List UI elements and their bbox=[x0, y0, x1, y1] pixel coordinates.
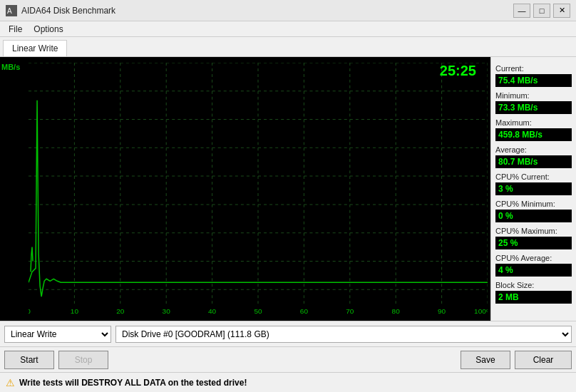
menu-bar: File Options bbox=[0, 21, 576, 37]
tab-linear-write[interactable]: Linear Write bbox=[3, 40, 67, 56]
maximum-value: 459.8 MB/s bbox=[495, 128, 572, 141]
app-icon: A bbox=[6, 5, 17, 16]
average-value: 80.7 MB/s bbox=[495, 155, 572, 168]
controls-row: Linear Write Disk Drive #0 [GOODRAM] (11… bbox=[0, 321, 576, 346]
blocksize-value: 2 MB bbox=[495, 291, 572, 304]
close-btn[interactable]: ✕ bbox=[553, 4, 570, 18]
title-bar: A AIDA64 Disk Benchmark — □ ✕ bbox=[0, 0, 576, 21]
stop-btn[interactable]: Stop bbox=[58, 351, 108, 369]
cpu-minimum-value: 0 % bbox=[495, 210, 572, 222]
cpu-maximum-value: 25 % bbox=[495, 237, 572, 249]
chart-y-label: MB/s bbox=[1, 63, 20, 71]
menu-options[interactable]: Options bbox=[28, 23, 68, 36]
menu-file[interactable]: File bbox=[3, 23, 28, 36]
chart-area: MB/s 25:25 60 bbox=[0, 57, 490, 321]
svg-text:10: 10 bbox=[71, 307, 79, 315]
cpu-average-label: CPU% Average: bbox=[495, 254, 572, 262]
svg-text:0: 0 bbox=[29, 307, 31, 315]
svg-text:90: 90 bbox=[438, 307, 446, 315]
svg-text:30: 30 bbox=[163, 307, 171, 315]
chart-timer: 25:25 bbox=[440, 63, 476, 79]
minimum-label: Minimum: bbox=[495, 91, 572, 100]
drive-select[interactable]: Disk Drive #0 [GOODRAM] (111.8 GB) bbox=[115, 326, 572, 343]
tab-bar: Linear Write bbox=[0, 37, 576, 57]
test-type-select[interactable]: Linear Write bbox=[4, 326, 111, 343]
blocksize-label: Block Size: bbox=[495, 281, 572, 289]
buttons-row: Start Stop Save Clear bbox=[0, 346, 576, 372]
right-panel: Current: 75.4 MB/s Minimum: 73.3 MB/s Ma… bbox=[490, 57, 576, 321]
minimize-btn[interactable]: — bbox=[513, 4, 530, 18]
minimum-value: 73.3 MB/s bbox=[495, 101, 572, 114]
svg-text:50: 50 bbox=[254, 307, 262, 315]
average-label: Average: bbox=[495, 145, 572, 154]
current-label: Current: bbox=[495, 64, 572, 73]
window-controls: — □ ✕ bbox=[513, 4, 570, 18]
cpu-average-value: 4 % bbox=[495, 264, 572, 277]
svg-text:100%: 100% bbox=[474, 307, 488, 315]
cpu-current-label: CPU% Current: bbox=[495, 172, 572, 181]
svg-text:A: A bbox=[7, 7, 12, 15]
save-btn[interactable]: Save bbox=[461, 351, 510, 369]
current-value: 75.4 MB/s bbox=[495, 74, 572, 87]
clear-btn[interactable]: Clear bbox=[515, 351, 572, 369]
maximum-label: Maximum: bbox=[495, 118, 572, 127]
start-btn[interactable]: Start bbox=[4, 351, 54, 369]
chart-svg: 60 120 180 240 300 360 420 480 540 0 10 … bbox=[29, 63, 488, 318]
cpu-minimum-label: CPU% Minimum: bbox=[495, 200, 572, 208]
warning-text: Write tests will DESTROY ALL DATA on the… bbox=[19, 378, 247, 388]
svg-text:40: 40 bbox=[208, 307, 217, 315]
svg-text:20: 20 bbox=[116, 307, 125, 315]
warning-icon: ⚠ bbox=[6, 377, 15, 388]
svg-text:70: 70 bbox=[346, 307, 354, 315]
svg-text:80: 80 bbox=[392, 307, 401, 315]
warning-row: ⚠ Write tests will DESTROY ALL DATA on t… bbox=[0, 372, 576, 392]
cpu-maximum-label: CPU% Maximum: bbox=[495, 227, 572, 235]
window-title: AIDA64 Disk Benchmark bbox=[21, 6, 513, 16]
maximize-btn[interactable]: □ bbox=[533, 4, 550, 18]
svg-text:60: 60 bbox=[300, 307, 309, 315]
cpu-current-value: 3 % bbox=[495, 182, 572, 195]
main-content: MB/s 25:25 60 bbox=[0, 57, 576, 321]
